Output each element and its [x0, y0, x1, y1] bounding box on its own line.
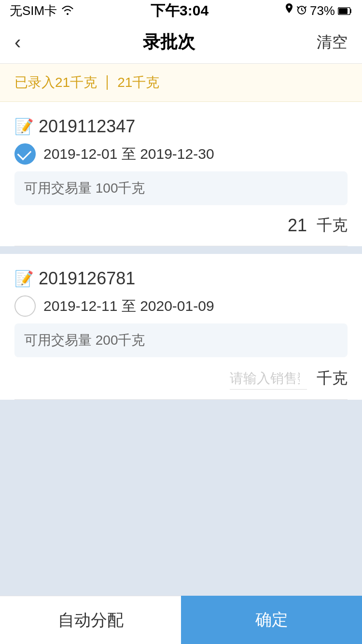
wifi-icon	[61, 3, 74, 18]
batch-available-2: 可用交易量 200千克	[14, 323, 348, 357]
battery-icon	[338, 3, 352, 18]
location-icon	[285, 3, 293, 18]
batch-amount-value-1: 21	[288, 215, 307, 236]
recorded-value: 21千克	[117, 73, 159, 92]
nav-bar: ‹ 录批次 清空	[0, 21, 362, 64]
clear-button[interactable]: 清空	[317, 32, 348, 53]
info-banner: 已录入21千克 21千克	[0, 64, 362, 102]
batch-amount-row-2: 千克	[14, 367, 348, 399]
batch-number-1: 2019112347	[39, 116, 135, 137]
confirm-button[interactable]: 确定	[181, 596, 362, 644]
batch-row-2: 2019-12-11 至 2020-01-09	[14, 295, 348, 317]
doc-icon-2: 📝	[14, 269, 34, 288]
batch-checkbox-2[interactable]	[14, 295, 36, 317]
status-left: 无SIM卡	[10, 2, 74, 19]
page-title: 录批次	[143, 30, 195, 54]
batch-amount-input-2[interactable]	[230, 367, 307, 390]
bottom-bar: 自动分配 确定	[0, 596, 362, 644]
doc-icon-1: 📝	[14, 117, 34, 136]
back-button[interactable]: ‹	[14, 31, 21, 53]
batch-card-1: 📝 2019112347 2019-12-01 至 2019-12-30 可用交…	[0, 102, 362, 246]
batch-amount-row-1: 21 千克	[14, 215, 348, 246]
alarm-icon	[296, 3, 307, 18]
batch-available-1: 可用交易量 100千克	[14, 171, 348, 205]
batch-date-1: 2019-12-01 至 2019-12-30	[43, 144, 214, 164]
cards-wrapper: 📝 2019112347 2019-12-01 至 2019-12-30 可用交…	[0, 102, 362, 400]
battery-label: 73%	[310, 3, 335, 18]
batch-unit-1: 千克	[317, 215, 348, 236]
svg-rect-3	[339, 8, 348, 14]
batch-unit-2: 千克	[317, 368, 348, 389]
status-bar: 无SIM卡 下午3:04 73%	[0, 0, 362, 21]
batch-row-1: 2019-12-01 至 2019-12-30	[14, 143, 348, 165]
carrier-label: 无SIM卡	[10, 2, 57, 19]
batch-header-2: 📝 2019126781	[14, 268, 348, 289]
batch-card-2: 📝 2019126781 2019-12-11 至 2020-01-09 可用交…	[0, 246, 362, 400]
auto-distribute-button[interactable]: 自动分配	[0, 596, 181, 644]
batch-header-1: 📝 2019112347	[14, 116, 348, 137]
recorded-label: 已录入21千克	[14, 73, 97, 92]
batch-checkbox-1[interactable]	[14, 143, 36, 165]
main-content: 📝 2019112347 2019-12-01 至 2019-12-30 可用交…	[0, 102, 362, 644]
svg-point-0	[288, 5, 290, 8]
status-right: 73%	[285, 3, 352, 18]
info-divider	[107, 75, 108, 90]
batch-date-2: 2019-12-11 至 2020-01-09	[43, 296, 214, 316]
batch-number-2: 2019126781	[39, 268, 135, 289]
status-time: 下午3:04	[151, 1, 209, 21]
